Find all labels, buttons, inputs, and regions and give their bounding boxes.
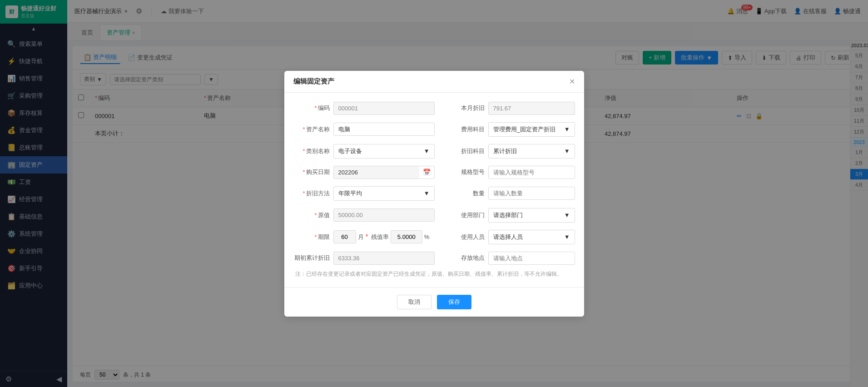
residual-rate-unit: % <box>424 233 430 240</box>
spec-label: 规格型号 <box>448 168 485 176</box>
code-input[interactable] <box>333 102 435 115</box>
residual-required: * <box>366 233 368 241</box>
original-value-input[interactable] <box>333 208 435 222</box>
initial-dep-input[interactable] <box>333 252 435 265</box>
modal-overlay: 编辑固定资产 ✕ *编码 本月折旧 <box>0 0 868 387</box>
period-unit-label: 月 <box>358 233 364 241</box>
period-label: *期限 <box>293 233 330 241</box>
asset-name-input[interactable] <box>333 123 435 136</box>
form-row-expense-account: 费用科目 管理费用_固定资产折旧 ▼ <box>448 122 575 137</box>
calendar-icon[interactable]: 📅 <box>419 169 434 176</box>
form-row-department: 使用部门 请选择部门 ▼ <box>448 208 575 223</box>
form-grid: *编码 本月折旧 *资产名称 费用科 <box>293 102 575 265</box>
form-row-asset-name: *资产名称 <box>293 122 435 137</box>
dep-method-label: *折旧方法 <box>293 189 330 198</box>
form-row-original-value: *原值 <box>293 208 435 223</box>
form-row-person: 使用人员 请选择人员 ▼ <box>448 230 575 244</box>
spec-input[interactable] <box>488 166 575 179</box>
form-row-spec: 规格型号 <box>448 166 575 179</box>
person-arrow: ▼ <box>564 233 570 240</box>
form-row-category: *类别名称 电子设备 ▼ <box>293 144 435 159</box>
form-row-dep-method: *折旧方法 年限平均 ▼ <box>293 186 435 201</box>
form-row-quantity: 数量 <box>448 186 575 201</box>
purchase-date-input-wrap: 📅 <box>333 166 435 179</box>
person-select[interactable]: 请选择人员 ▼ <box>488 230 575 244</box>
location-input[interactable] <box>488 252 575 265</box>
form-row-code: *编码 <box>293 102 435 115</box>
category-select[interactable]: 电子设备 ▼ <box>333 144 435 159</box>
save-button[interactable]: 保存 <box>437 295 471 309</box>
asset-name-label: *资产名称 <box>293 125 330 134</box>
dep-account-arrow: ▼ <box>564 148 570 154</box>
category-arrow: ▼ <box>424 148 430 154</box>
expense-account-value: 管理费用_固定资产折旧 <box>493 125 556 134</box>
this-month-dep-input <box>488 102 575 115</box>
department-placeholder: 请选择部门 <box>493 211 523 219</box>
expense-account-label: 费用科目 <box>448 125 485 134</box>
dep-method-value: 年限平均 <box>338 189 362 198</box>
residual-rate-input[interactable] <box>391 230 422 243</box>
quantity-input[interactable] <box>488 187 575 200</box>
dep-account-select[interactable]: 累计折旧 ▼ <box>488 144 575 159</box>
person-label: 使用人员 <box>448 233 485 241</box>
code-label: *编码 <box>293 104 330 112</box>
quantity-label: 数量 <box>448 189 485 198</box>
residual-rate-label: 残值率 <box>371 233 389 241</box>
edit-asset-modal: 编辑固定资产 ✕ *编码 本月折旧 <box>284 71 584 317</box>
expense-account-arrow: ▼ <box>564 126 570 133</box>
purchase-date-label: *购买日期 <box>293 168 330 176</box>
cancel-button[interactable]: 取消 <box>397 295 432 309</box>
person-placeholder: 请选择人员 <box>493 233 523 241</box>
initial-dep-label: 期初累计折旧 <box>293 254 330 262</box>
department-select[interactable]: 请选择部门 ▼ <box>488 208 575 223</box>
modal-title: 编辑固定资产 <box>293 77 334 86</box>
form-row-purchase-date: *购买日期 📅 <box>293 166 435 179</box>
dep-method-arrow: ▼ <box>424 190 430 197</box>
period-group: 月 * 残值率 % <box>333 230 435 243</box>
expense-account-select[interactable]: 管理费用_固定资产折旧 ▼ <box>488 122 575 137</box>
form-row-location: 存放地点 <box>448 252 575 265</box>
form-row-dep-account: 折旧科目 累计折旧 ▼ <box>448 144 575 159</box>
form-row-initial-dep: 期初累计折旧 <box>293 252 435 265</box>
modal-footer: 取消 保存 <box>284 287 584 317</box>
original-value-label: *原值 <box>293 211 330 219</box>
modal-close-button[interactable]: ✕ <box>569 77 575 86</box>
category-name-label: *类别名称 <box>293 147 330 155</box>
dep-account-label: 折旧科目 <box>448 147 485 155</box>
modal-header: 编辑固定资产 ✕ <box>284 71 584 93</box>
form-row-period: *期限 月 * 残值率 % <box>293 230 435 244</box>
this-month-dep-label: 本月折旧 <box>448 104 485 112</box>
form-row-this-month-dep: 本月折旧 <box>448 102 575 115</box>
modal-body: *编码 本月折旧 *资产名称 费用科 <box>284 93 584 287</box>
location-label: 存放地点 <box>448 254 485 262</box>
modal-note: 注：已经存在变更记录或者对应固定资产已经生成凭证，原值、购买日期、残值率、累计折… <box>293 270 575 278</box>
dep-account-value: 累计折旧 <box>493 147 517 155</box>
department-label: 使用部门 <box>448 211 485 219</box>
department-arrow: ▼ <box>564 212 570 218</box>
purchase-date-input[interactable] <box>334 166 419 179</box>
period-input[interactable] <box>333 230 356 243</box>
dep-method-select[interactable]: 年限平均 ▼ <box>333 186 435 201</box>
category-value: 电子设备 <box>338 147 362 155</box>
